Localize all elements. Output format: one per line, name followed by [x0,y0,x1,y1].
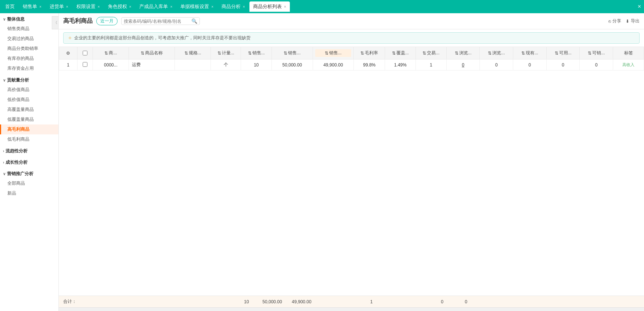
sidebar-item-stock-capital[interactable]: 库存资金占用 [0,64,58,73]
close-tab-sales[interactable]: × [39,5,42,9]
cell-sales-qty: 10 [241,59,272,70]
col-header-code[interactable]: ⇅ 商... [93,47,129,59]
tab-analysis[interactable]: 商品分析 × [218,1,249,12]
search-icon: 🔍 [191,18,197,24]
close-tab-analysis-list[interactable]: × [284,5,286,9]
close-tab-purchase[interactable]: × [66,5,68,9]
info-banner: ✧ 企业的主要的利润都是这部分商品创造的，可考虑加大推广，同时关注库存是不要出现… [63,32,640,44]
search-box: 🔍 [121,17,200,25]
col-header-sales-amt[interactable]: ⇅ 销售... [271,47,313,59]
sort-icon-gr: ⇅ [360,51,364,56]
sort-icon-spec: ⇅ [184,51,188,56]
footer-browse2 [406,299,430,304]
close-tab-analysis[interactable]: × [243,5,245,9]
sidebar-group-growth-header[interactable]: › 成长性分析 [0,157,58,167]
tab-role[interactable]: 角色授权 × [104,1,135,12]
sort-icon-av: ⇅ [555,51,558,56]
col-header-unit[interactable]: ⇅ 计量... [211,47,241,59]
footer-check [120,299,131,304]
col-header-cover[interactable]: ⇅ 覆盖... [385,47,416,59]
sidebar-item-sales-goods[interactable]: 销售类商品 [0,24,58,34]
sort-icon-sa: ⇅ [284,51,287,56]
tab-sales[interactable]: 销售单 × [19,1,45,12]
cell-browse1[interactable]: 0 [446,59,480,70]
table-container: ⚙ ⇅ 商... [59,47,644,296]
close-tab-production[interactable]: × [170,5,172,9]
content-area: 高毛利商品 近一月 🔍 ⎋ 分享 ⬇ 导出 ✧ 企业的主要的利润都是这部分商品创… [59,13,644,311]
footer-sales-qty: 10 [235,299,258,304]
tab-purchase[interactable]: 进货单 × [46,1,72,12]
sidebar-item-high-margin[interactable]: 高毛利商品 [0,124,58,134]
col-header-name[interactable]: ⇅ 商品名称 [129,47,175,59]
data-table: ⚙ ⇅ 商... [59,47,644,70]
table-row: 1 0000... 运费 个 10 50,000.00 49,900.00 99… [59,59,644,70]
sidebar-item-low-value[interactable]: 低价值商品 [0,95,58,105]
tab-template[interactable]: 单据模板设置 × [177,1,217,12]
tab-home[interactable]: 首页 [1,1,18,12]
cell-gross: 99.8% [354,59,385,70]
sidebar-item-new-goods[interactable]: 新品 [0,188,58,198]
chevron-right-icon: › [3,149,4,153]
close-tab-role[interactable]: × [129,5,132,9]
col-header-tag[interactable]: 标签 [613,47,644,59]
footer-sales-cost: 49,900.00 [287,299,316,304]
footer-unit [215,299,235,304]
col-header-check[interactable] [78,47,93,59]
close-tab-template[interactable]: × [211,5,213,9]
sidebar-item-high-coverage[interactable]: 高覆盖量商品 [0,105,58,115]
cell-code: 0000... [93,59,129,70]
col-header-stock[interactable]: ⇅ 现有... [513,47,547,59]
cell-avail: 0 [546,59,580,70]
table-body: 1 0000... 运费 个 10 50,000.00 49,900.00 99… [59,59,644,70]
close-tab-permission[interactable]: × [98,5,100,9]
footer-spec [190,299,215,304]
cell-sales-cost: 49,900.00 [313,59,354,70]
cell-unit: 个 [211,59,241,70]
share-btn[interactable]: ⎋ 分享 [608,18,621,24]
col-header-browse2[interactable]: ⇅ 浏览... [480,47,513,59]
col-header-seq[interactable]: ⚙ [59,47,78,59]
col-header-spec[interactable]: ⇅ 规格... [175,47,211,59]
sidebar-group-marketing-header[interactable]: ∨ 营销推广分析 [0,169,58,178]
sidebar-collapse-btn[interactable]: 《 [52,16,58,29]
sidebar-item-all-goods[interactable]: 全部商品 [0,178,58,188]
content-header: 高毛利商品 近一月 🔍 ⎋ 分享 ⬇ 导出 [59,13,644,29]
tab-permission[interactable]: 权限设置 × [73,1,104,12]
col-header-sales-qty[interactable]: ⇅ 销售... [241,47,272,59]
col-header-saleable[interactable]: ⇅ 可销... [580,47,613,59]
cell-trans: 1 [416,59,447,70]
sidebar-item-traded-goods[interactable]: 交易过的商品 [0,34,58,44]
sidebar-item-category-rate[interactable]: 商品分类助销率 [0,44,58,54]
sidebar-group-trend-header[interactable]: › 流趋性分析 [0,146,58,156]
sort-icon-unit: ⇅ [217,51,221,56]
horizontal-scrollbar[interactable] [59,307,644,311]
export-btn[interactable]: ⬇ 导出 [626,18,640,24]
footer-code [131,299,156,304]
tab-production[interactable]: 产成品入库单 × [136,1,176,12]
sidebar-group-trend: › 流趋性分析 [0,145,58,156]
close-all-tabs[interactable]: × [638,3,641,10]
tab-analysis-list[interactable]: 商品分析列表 × [249,1,290,12]
col-header-gross[interactable]: ⇅ 毛利率 [354,47,385,59]
sidebar-item-low-coverage[interactable]: 低覆盖量商品 [0,115,58,124]
cell-check[interactable] [78,59,93,70]
sidebar-item-high-value[interactable]: 高价值商品 [0,85,58,95]
filter-recent-month-btn[interactable]: 近一月 [96,17,118,25]
col-header-browse1[interactable]: ⇅ 浏览... [446,47,480,59]
cell-spec [175,59,211,70]
col-header-sales-cost[interactable]: ⇅ 销售... [313,47,354,59]
sidebar-group-overall-header[interactable]: ∨ 整体信息 [0,14,58,24]
col-header-trans[interactable]: ⇅ 交易... [416,47,447,59]
row-checkbox[interactable] [83,62,87,67]
sidebar-item-in-stock[interactable]: 有库存的商品 [0,54,58,64]
cell-stock: 0 [513,59,547,70]
chevron-down-icon-3: ∨ [3,172,6,176]
sort-icon: ⇅ [104,51,108,56]
sidebar-group-contribution-header[interactable]: ∨ 贡献量分析 [0,75,58,85]
search-input[interactable] [124,19,190,24]
col-header-avail[interactable]: ⇅ 可用... [546,47,580,59]
sidebar-item-low-margin[interactable]: 低毛利商品 [0,134,58,144]
footer-seq [107,299,120,304]
sidebar-group-growth: › 成长性分析 [0,156,58,168]
select-all-checkbox[interactable] [83,51,87,55]
